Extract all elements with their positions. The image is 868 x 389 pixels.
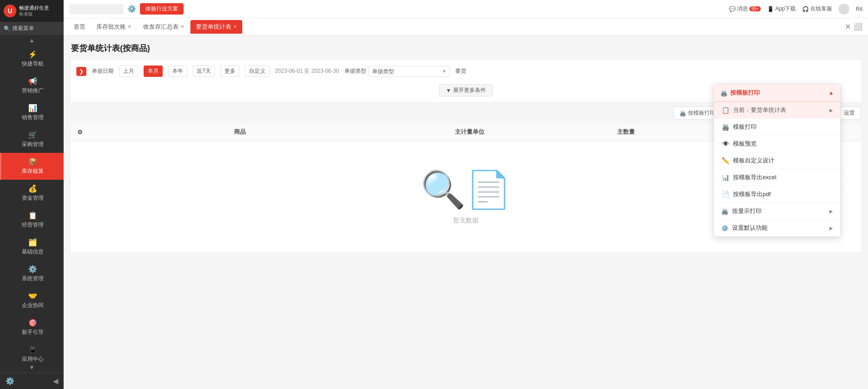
- date-custom-btn[interactable]: 自定义: [245, 66, 269, 77]
- sidebar-item-collab[interactable]: 🤝 企业协同: [0, 287, 64, 314]
- sidebar-item-label: 销售管理: [22, 114, 44, 121]
- dropdown-template-design[interactable]: ✏️ 模板自定义设计: [714, 152, 840, 169]
- expand-more-button[interactable]: ▼ 展开更多条件: [439, 84, 493, 96]
- sidebar-search[interactable]: 🔍 搜索菜单: [0, 22, 64, 35]
- topbar-search-input[interactable]: [69, 4, 124, 14]
- filter-collapse-button[interactable]: ❯: [76, 67, 86, 76]
- dropdown-template-preview[interactable]: 👁️ 模板预览: [714, 136, 840, 152]
- sidebar: U 畅捷通好生意 标准版 🔍 搜索菜单 ▲ ⚡ 快捷导航 📢 营销推广 📊 销售…: [0, 0, 64, 389]
- settings-gear-icon[interactable]: ⚙️: [127, 5, 136, 13]
- sidebar-item-label: 营销推广: [22, 87, 44, 95]
- page-title: 要货单统计表(按商品): [71, 43, 861, 54]
- sidebar-item-finance[interactable]: 💰 资金管理: [0, 180, 64, 207]
- search-icon: 🔍: [4, 25, 10, 32]
- sidebar-item-operations[interactable]: 📋 经营管理: [0, 207, 64, 233]
- export-excel-label: 按模板导出excel: [733, 173, 776, 182]
- order-type-label: 单据类型: [344, 67, 366, 75]
- print-icon: 🖨️: [679, 110, 686, 116]
- tab-receivables[interactable]: 收发存汇总表 ✕: [138, 20, 190, 34]
- display-print-label: 按显示打印: [732, 207, 762, 215]
- date-range-text: 2023-06-01 至 2023-06-30: [275, 67, 339, 75]
- sidebar-item-label: 采购管理: [22, 141, 44, 148]
- tab-close-window-button[interactable]: ✕: [845, 22, 851, 31]
- tab-close-icon[interactable]: ✕: [180, 24, 184, 29]
- tab-close-icon[interactable]: ✕: [128, 24, 131, 29]
- settings-button[interactable]: 设置: [838, 106, 861, 120]
- tab-label: 收发存汇总表: [143, 23, 179, 31]
- sidebar-footer: ⚙️ ◀: [0, 373, 64, 389]
- finance-icon: 💰: [28, 184, 37, 193]
- sidebar-item-marketing[interactable]: 📢 营销推广: [0, 72, 64, 99]
- download-icon: 📱: [767, 6, 774, 12]
- tab-order-stats[interactable]: 要货单统计表 ✕: [190, 20, 242, 34]
- template-print-label: 模板打印: [733, 123, 757, 131]
- sidebar-nav: ⚡ 快捷导航 📢 营销推广 📊 销售管理 🛒 采购管理 📦 库存核算 💰 资金管…: [0, 45, 64, 362]
- dropdown-current-item[interactable]: 📋 当前：要货单统计表 ▶: [714, 102, 840, 119]
- tab-home[interactable]: 首页: [69, 20, 90, 34]
- collapse-icon[interactable]: ◀: [53, 377, 58, 385]
- dropdown-display-print[interactable]: 🖨️ 按显示打印 ▶: [714, 203, 840, 220]
- sidebar-item-inventory[interactable]: 📦 库存核算: [0, 153, 64, 180]
- sidebar-search-label: 搜索菜单: [12, 25, 34, 32]
- operations-icon: 📋: [28, 211, 37, 220]
- tab-label: 库存批次账: [96, 23, 126, 31]
- tab-label: 要货单统计表: [196, 23, 231, 31]
- dropdown-set-default[interactable]: ⚙️ 设置默认功能 ▶: [714, 220, 840, 237]
- tab-inventory-batch[interactable]: 库存批次账 ✕: [91, 20, 137, 34]
- tab-actions: ✕ ⬜: [845, 22, 863, 31]
- sidebar-scroll-up[interactable]: ▲: [0, 35, 64, 45]
- sidebar-logo: U 畅捷通好生意 标准版: [0, 0, 64, 22]
- dropdown-collapse-icon[interactable]: ▲: [828, 90, 834, 96]
- tab-close-icon[interactable]: ✕: [233, 24, 237, 29]
- sidebar-item-label: 库存核算: [22, 167, 44, 175]
- inventory-icon: 📦: [28, 157, 37, 166]
- app-name-block: 畅捷通好生意 标准版: [19, 5, 49, 17]
- template-preview-label: 模板预览: [733, 140, 757, 148]
- order-type-select-wrapper: 单据类型: [368, 66, 450, 77]
- sidebar-item-purchase[interactable]: 🛒 采购管理: [0, 126, 64, 153]
- sidebar-item-sales[interactable]: 📊 销售管理: [0, 99, 64, 126]
- app-download-item[interactable]: 📱 App下载: [767, 5, 796, 13]
- dropdown-template-print[interactable]: 🖨️ 模板打印: [714, 119, 840, 136]
- content-area: 要货单统计表(按商品) ❯ 单据日期 上月 本月 本年 近7天 更多 自定义 2…: [64, 35, 868, 389]
- sidebar-scroll-down[interactable]: ▼: [0, 362, 64, 373]
- dropdown-export-pdf[interactable]: 📄 按模板导出pdf: [714, 186, 840, 203]
- th-product: 商品: [89, 123, 391, 141]
- set-default-arrow: ▶: [829, 226, 833, 231]
- date-prev-month-btn[interactable]: 上月: [119, 66, 138, 77]
- tab-maximize-button[interactable]: ⬜: [853, 22, 863, 31]
- topbar-right: 💬 消息 99+ 📱 App下载 🎧 在线客服 Rit: [729, 4, 863, 15]
- date-7days-btn[interactable]: 近7天: [193, 66, 215, 77]
- export-excel-icon: 📊: [721, 174, 729, 181]
- app-logo-icon: U: [4, 5, 16, 17]
- app-sub: 标准版: [19, 11, 49, 17]
- settings-icon[interactable]: ⚙️: [5, 377, 15, 385]
- date-current-month-btn[interactable]: 本月: [144, 66, 163, 77]
- set-default-left: ⚙️ 设置默认功能: [721, 224, 768, 232]
- date-more-btn[interactable]: 更多: [220, 66, 239, 77]
- date-current-year-btn[interactable]: 本年: [168, 66, 187, 77]
- sidebar-item-system[interactable]: ⚙️ 系统管理: [0, 260, 64, 287]
- collab-icon: 🤝: [28, 292, 37, 300]
- trial-button[interactable]: 体验行业方案: [140, 3, 184, 15]
- online-service-item[interactable]: 🎧 在线客服: [802, 5, 832, 13]
- set-default-label: 设置默认功能: [732, 224, 768, 232]
- online-service-label: 在线客服: [810, 5, 832, 13]
- purchase-icon: 🛒: [28, 131, 37, 139]
- sidebar-item-label: 快捷导航: [22, 60, 44, 68]
- current-item-icon: 📋: [721, 106, 729, 114]
- message-item[interactable]: 💬 消息 99+: [729, 5, 761, 13]
- sidebar-item-guide[interactable]: 🎯 新手引导: [0, 314, 64, 341]
- order-type-filter: 单据类型 单据类型: [344, 66, 450, 77]
- th-checkbox: ⚙: [71, 124, 89, 140]
- sidebar-item-quick-nav[interactable]: ⚡ 快捷导航: [0, 45, 64, 72]
- sidebar-item-base[interactable]: 🗂️ 基础信息: [0, 233, 64, 260]
- base-icon: 🗂️: [28, 238, 37, 247]
- order-type-select[interactable]: 单据类型: [368, 66, 450, 77]
- avatar[interactable]: [838, 4, 849, 15]
- tabbar: 首页 库存批次账 ✕ 收发存汇总表 ✕ 要货单统计表 ✕ ✕ ⬜: [64, 18, 868, 35]
- dropdown-export-excel[interactable]: 📊 按模板导出excel: [714, 169, 840, 186]
- sidebar-item-apps[interactable]: 📱 应用中心: [0, 341, 64, 362]
- message-icon: 💬: [729, 6, 736, 12]
- system-icon: ⚙️: [28, 265, 37, 273]
